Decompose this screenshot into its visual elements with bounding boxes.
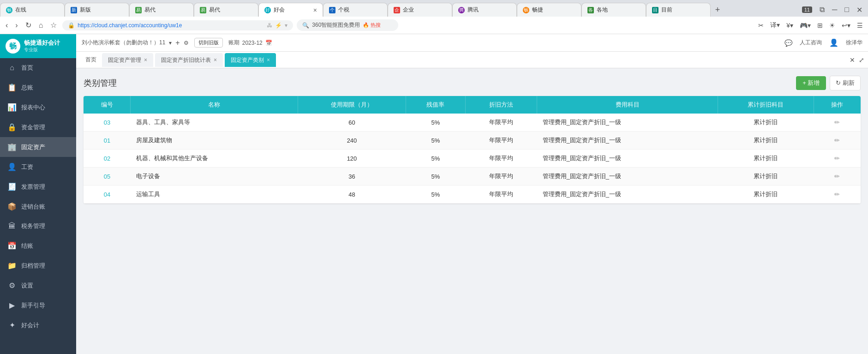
tab-fixed-asset-depreciation-close[interactable]: × xyxy=(214,57,217,63)
browser-tab-bar: 畅 在线 新 新版 易 易代 易 易代 好 好会 × 个 个税 企 企业 腾 腾… xyxy=(0,0,868,17)
sidebar-item-tax[interactable]: 🏛 税务管理 xyxy=(0,216,76,236)
sidebar-label-purchase: 进销台账 xyxy=(21,203,45,211)
settings-icon: ⚙ xyxy=(7,281,17,290)
sidebar-item-purchase[interactable]: 📦 进销台账 xyxy=(0,197,76,216)
cut-icon[interactable]: ✂ xyxy=(757,20,765,30)
bookmark-button[interactable]: ☆ xyxy=(48,19,59,31)
back-button[interactable]: ‹ xyxy=(4,19,10,31)
cell-accumulated: 累计折旧 xyxy=(718,114,814,132)
browser-tab-8[interactable]: 腾 腾讯 xyxy=(452,3,517,17)
tab-area-expand-icon[interactable]: ⤢ xyxy=(859,56,864,64)
settings-gear-icon[interactable]: ⚙ xyxy=(184,40,189,46)
translate-icon[interactable]: 译▾ xyxy=(769,20,781,31)
sidebar-item-more[interactable]: ✦ 好会计 xyxy=(0,315,76,335)
logo-sub: 专业版 xyxy=(24,47,60,53)
browser-win-maximize[interactable]: □ xyxy=(844,6,849,14)
wallet-icon[interactable]: ¥▾ xyxy=(785,20,795,30)
browser-tab-6[interactable]: 个 个税 xyxy=(323,3,388,17)
guide-icon: ▶ xyxy=(7,301,17,310)
cell-residual: 5% xyxy=(406,150,465,168)
tab-count-badge: 11 xyxy=(802,6,812,13)
new-tab-button[interactable]: + xyxy=(711,3,724,17)
sidebar-item-archive[interactable]: 📁 归档管理 xyxy=(0,256,76,276)
add-account-icon[interactable]: + xyxy=(175,39,180,47)
cell-id[interactable]: 03 xyxy=(84,114,131,132)
page-title: 类别管理 xyxy=(84,78,117,89)
help-icon: 💬 xyxy=(784,39,792,47)
edit-icon[interactable]: ✏ xyxy=(834,137,840,144)
history-icon[interactable]: ↩▾ xyxy=(840,20,852,30)
sidebar-item-salary[interactable]: 👤 工资 xyxy=(0,157,76,177)
edit-icon[interactable]: ✏ xyxy=(834,191,840,198)
sidebar-item-close[interactable]: 📅 结账 xyxy=(0,236,76,256)
table-header-row: 编号 名称 使用期限（月） 残值率 折旧方法 费用科目 累计折旧科目 操作 xyxy=(84,96,861,114)
cell-actions: ✏ xyxy=(814,186,861,204)
home-icon: ⌂ xyxy=(7,64,17,72)
tab-fixed-asset-depreciation[interactable]: 固定资产折旧统计表 × xyxy=(155,53,223,67)
edit-icon[interactable]: ✏ xyxy=(834,119,840,126)
browser-win-restore[interactable]: ⧉ xyxy=(820,6,825,14)
cell-residual: 5% xyxy=(406,186,465,204)
tab-fixed-asset-category-close[interactable]: × xyxy=(267,57,270,63)
sidebar-logo[interactable]: 畅 畅捷通好会计 专业版 xyxy=(0,34,76,58)
archive-icon: 📁 xyxy=(7,261,17,270)
sidebar-label-ledger: 总账 xyxy=(21,84,33,92)
home-button[interactable]: ⌂ xyxy=(37,19,45,31)
calendar-icon[interactable]: 📅 xyxy=(265,40,272,46)
sidebar-item-funds[interactable]: 🔒 资金管理 xyxy=(0,117,76,137)
sidebar-item-fixed-assets[interactable]: 🏢 固定资产 xyxy=(0,137,76,157)
browser-tab-5-close[interactable]: × xyxy=(313,6,317,14)
browser-tab-7[interactable]: 企 企业 xyxy=(388,3,452,17)
browser-tab-9[interactable]: 畅 畅捷 xyxy=(517,3,581,17)
cell-id[interactable]: 01 xyxy=(84,132,131,150)
browser-tab-11[interactable]: 目 目前 xyxy=(646,3,711,17)
user-label[interactable]: 徐泽华 xyxy=(846,39,862,47)
browser-win-close[interactable]: ✕ xyxy=(856,6,862,14)
search-box[interactable]: 🔍 360智能抠图免费用 🔥 热搜 xyxy=(297,19,398,31)
cell-id[interactable]: 05 xyxy=(84,168,131,186)
sidebar-label-tax: 税务管理 xyxy=(21,222,45,230)
sidebar-item-home[interactable]: ⌂ 首页 xyxy=(0,58,76,78)
browser-tab-1[interactable]: 畅 在线 xyxy=(0,3,65,17)
grid-icon[interactable]: ⊞ xyxy=(816,20,824,30)
sidebar-item-guide[interactable]: ▶ 新手引导 xyxy=(0,295,76,315)
help-label[interactable]: 人工咨询 xyxy=(800,39,822,47)
tab-fixed-asset-category-label: 固定资产类别 xyxy=(231,56,264,64)
sidebar-item-settings[interactable]: ⚙ 设置 xyxy=(0,276,76,295)
th-method: 折旧方法 xyxy=(465,96,537,114)
cell-residual: 5% xyxy=(406,114,465,132)
edit-icon[interactable]: ✏ xyxy=(834,173,840,180)
refresh-button[interactable]: ↻ 刷新 xyxy=(830,76,861,90)
tab-fixed-asset-category[interactable]: 固定资产类别 × xyxy=(225,53,276,67)
tab-fixed-asset-mgmt-close[interactable]: × xyxy=(144,57,147,63)
add-button[interactable]: + 新增 xyxy=(796,76,826,90)
sidebar-item-invoice[interactable]: 🧾 发票管理 xyxy=(0,177,76,197)
browser-tab-10[interactable]: 各 各地 xyxy=(581,3,646,17)
account-name: 刘小艳演示帐套（勿删勿动！）11 xyxy=(82,39,165,47)
browser-tab-3[interactable]: 易 易代 xyxy=(129,3,194,17)
browser-win-minimize[interactable]: ─ xyxy=(832,6,837,14)
sidebar-item-ledger[interactable]: 📋 总账 xyxy=(0,78,76,97)
browser-tab-2[interactable]: 新 新版 xyxy=(65,3,129,17)
tab-fixed-asset-mgmt[interactable]: 固定资产管理 × xyxy=(102,53,153,67)
menu-icon[interactable]: ☰ xyxy=(856,20,864,30)
cell-method: 年限平均 xyxy=(465,132,537,150)
tab-area-close-icon[interactable]: ✕ xyxy=(850,56,855,64)
forward-button[interactable]: › xyxy=(13,19,19,31)
cell-id[interactable]: 02 xyxy=(84,150,131,168)
browser-tab-4[interactable]: 易 易代 xyxy=(194,3,258,17)
switch-version-button[interactable]: 切到旧版 xyxy=(194,38,223,48)
cell-expense: 管理费用_固定资产折旧_一级 xyxy=(537,132,718,150)
edit-icon[interactable]: ✏ xyxy=(834,155,840,162)
tab-home[interactable]: 首页 xyxy=(82,53,100,66)
cell-id[interactable]: 04 xyxy=(84,186,131,204)
brightness-icon[interactable]: ☀ xyxy=(828,20,837,30)
cell-residual: 5% xyxy=(406,168,465,186)
browser-tab-5[interactable]: 好 好会 × xyxy=(258,3,323,17)
game-icon[interactable]: 🎮▾ xyxy=(798,20,812,30)
url-input[interactable]: 🔒 https://cloud.chanjet.com/accounting/u… xyxy=(62,20,293,30)
reload-button[interactable]: ↻ xyxy=(24,19,33,31)
cell-period: 60 xyxy=(298,114,406,132)
sidebar-item-reports[interactable]: 📊 报表中心 xyxy=(0,97,76,117)
expand-icon[interactable]: ▾ xyxy=(169,40,172,46)
